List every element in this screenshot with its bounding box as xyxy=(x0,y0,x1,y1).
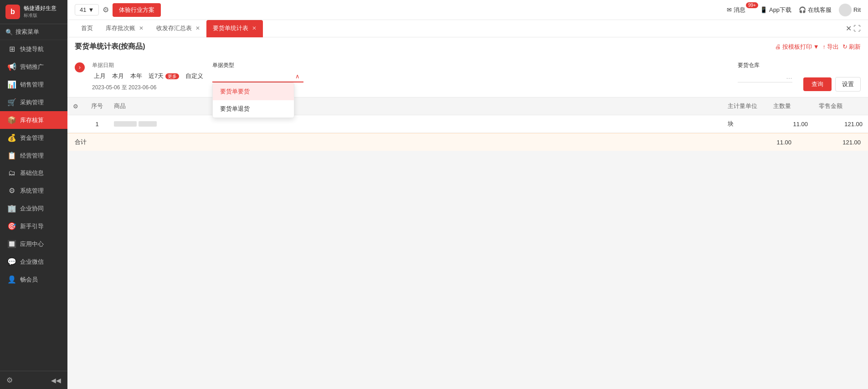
col-header-unit: 主计量单位 xyxy=(722,97,768,115)
sidebar-item-quick-nav[interactable]: ⊞ 快捷导航 xyxy=(0,40,67,58)
type-select-inner[interactable]: ∧ xyxy=(212,71,303,82)
page-actions: 🖨 按模板打印 ▼ ↑ 导出 ↻ 刷新 xyxy=(775,43,861,51)
date-preset-last-month[interactable]: 上月 xyxy=(92,71,108,81)
tab-expand-btn[interactable]: ⛶ xyxy=(853,24,861,33)
row-amount: 121.00 xyxy=(813,115,868,133)
brand-name: 畅捷通好生意 xyxy=(24,5,56,12)
sidebar-item-sales[interactable]: 📊 销售管理 xyxy=(0,76,67,93)
sidebar-item-apps[interactable]: 🔲 应用中心 xyxy=(0,235,67,253)
main-area: 41 ▼ ⚙ 体验行业方案 ✉ 消息 99+ 📱 App下载 🎧 在线客服 R xyxy=(67,0,868,389)
sidebar-item-basics[interactable]: 🗂 基础信息 xyxy=(0,164,67,182)
sidebar-item-marketing[interactable]: 📢 营销推广 xyxy=(0,58,67,76)
marketing-icon: 📢 xyxy=(7,62,16,71)
tab-inventory-batch[interactable]: 库存批次账 ✕ xyxy=(99,20,150,37)
sidebar-item-label: 企业微信 xyxy=(20,258,44,266)
sidebar-item-inventory[interactable]: 📦 库存核算 xyxy=(0,111,67,129)
col-header-qty: 主数量 xyxy=(768,97,813,115)
topbar-settings-icon[interactable]: ⚙ xyxy=(103,5,109,14)
sidebar-item-label: 畅会员 xyxy=(20,276,38,284)
date-preset-this-month[interactable]: 本月 xyxy=(110,71,126,81)
page-title: 要货单统计表(按商品) xyxy=(75,42,145,51)
sidebar-item-label: 营销推广 xyxy=(20,63,44,71)
tab-close-all-btn[interactable]: ✕ xyxy=(846,24,852,33)
footer-amount: 121.00 xyxy=(806,139,861,146)
settings-icon[interactable]: ⚙ xyxy=(6,376,13,384)
export-icon: ↑ xyxy=(823,43,826,50)
table-row: 1 块 11.00 121.00 xyxy=(67,115,868,133)
query-btn[interactable]: 查询 xyxy=(803,77,832,91)
filter-row: › 单据日期 上月 本月 本年 近7天 更多 自定义 2023-05-06 至 … xyxy=(75,61,861,92)
export-btn[interactable]: ↑ 导出 xyxy=(823,43,839,51)
warehouse-select[interactable]: … xyxy=(738,71,792,82)
tab-order-stats[interactable]: 要货单统计表 ✕ xyxy=(206,20,263,37)
type-filter-select[interactable]: ∧ 要货单要货 要货单退货 xyxy=(212,71,303,82)
app-download-label: App下载 xyxy=(769,6,791,14)
sidebar-item-label: 企业协同 xyxy=(20,205,44,213)
type-select-value xyxy=(212,73,267,80)
filter-expand-btn[interactable]: › xyxy=(75,62,85,72)
refresh-btn[interactable]: ↻ 刷新 xyxy=(842,43,861,51)
messages-btn[interactable]: ✉ 消息 99+ xyxy=(727,6,753,14)
col-header-num: 序号 xyxy=(86,97,108,115)
wechat-icon: 💬 xyxy=(7,257,16,266)
collapse-icon[interactable]: ◀◀ xyxy=(51,377,61,384)
footer-label: 合计 xyxy=(75,138,87,146)
member-icon: 👤 xyxy=(7,275,16,284)
sidebar-item-enterprise[interactable]: 🏢 企业协同 xyxy=(0,200,67,217)
search-menu[interactable]: 🔍 搜索菜单 xyxy=(0,24,67,40)
sidebar-item-finance[interactable]: 💰 资金管理 xyxy=(0,129,67,147)
date-preset-custom[interactable]: 自定义 xyxy=(184,71,205,81)
sidebar-item-purchase[interactable]: 🛒 采购管理 xyxy=(0,93,67,111)
sidebar-item-system[interactable]: ⚙ 系统管理 xyxy=(0,182,67,200)
tab-receive-send-close[interactable]: ✕ xyxy=(195,25,200,31)
row-settings xyxy=(67,115,86,133)
tab-order-stats-close[interactable]: ✕ xyxy=(252,25,257,31)
row-qty: 11.00 xyxy=(768,115,813,133)
sidebar-footer: ⚙ ◀◀ xyxy=(0,371,67,389)
operations-icon: 📋 xyxy=(7,151,16,160)
table-footer: 合计 11.00 121.00 xyxy=(67,133,868,151)
sidebar-item-label: 采购管理 xyxy=(20,98,44,107)
type-filter-label: 单据类型 xyxy=(212,61,303,69)
footer-qty: 11.00 xyxy=(746,139,791,146)
dropdown-item-order-request[interactable]: 要货单要货 xyxy=(213,83,294,100)
col-settings-icon[interactable]: ⚙ xyxy=(73,103,78,110)
date-preset-last-7[interactable]: 近7天 更多 xyxy=(147,71,181,81)
store-dropdown-icon: ▼ xyxy=(88,6,94,13)
quick-nav-icon: ⊞ xyxy=(7,45,16,53)
tab-inventory-batch-close[interactable]: ✕ xyxy=(139,25,144,31)
setting-btn[interactable]: 设置 xyxy=(835,77,861,92)
warehouse-more-btn[interactable]: … xyxy=(786,73,792,80)
dropdown-item-order-return[interactable]: 要货单退货 xyxy=(213,100,294,118)
sidebar-item-label: 资金管理 xyxy=(20,134,44,142)
trial-btn[interactable]: 体验行业方案 xyxy=(113,3,161,17)
print-dropdown-icon[interactable]: ▼ xyxy=(813,43,819,50)
sidebar-item-label: 系统管理 xyxy=(20,187,44,195)
sidebar-item-wechat[interactable]: 💬 企业微信 xyxy=(0,253,67,271)
filter-actions: 查询 设置 xyxy=(803,77,861,92)
sidebar-item-member[interactable]: 👤 畅会员 xyxy=(0,271,67,288)
refresh-icon: ↻ xyxy=(842,43,847,50)
sidebar-item-newbie[interactable]: 🎯 新手引导 xyxy=(0,217,67,235)
store-selector[interactable]: 41 ▼ xyxy=(75,4,99,15)
sidebar-item-operations[interactable]: 📋 经营管理 xyxy=(0,147,67,164)
avatar xyxy=(839,4,852,16)
topbar-left: 41 ▼ ⚙ 体验行业方案 xyxy=(75,3,721,17)
col-header-product: 商品 xyxy=(108,97,722,115)
page-content: 要货单统计表(按商品) 🖨 按模板打印 ▼ ↑ 导出 ↻ 刷新 xyxy=(67,37,868,389)
print-btn[interactable]: 🖨 按模板打印 ▼ xyxy=(775,43,819,51)
topbar-right: ✉ 消息 99+ 📱 App下载 🎧 在线客服 Rit xyxy=(727,4,861,16)
tab-receive-send[interactable]: 收发存汇总表 ✕ xyxy=(150,20,206,37)
app-download-btn[interactable]: 📱 App下载 xyxy=(760,6,791,14)
brand-version: 标准版 xyxy=(24,12,56,19)
tab-home[interactable]: 首页 xyxy=(75,20,99,37)
date-filter-group: 单据日期 上月 本月 本年 近7天 更多 自定义 2023-05-06 至 20… xyxy=(92,61,205,92)
warehouse-value xyxy=(738,73,784,80)
avatar-area[interactable]: Rit xyxy=(839,4,861,16)
date-filter: 上月 本月 本年 近7天 更多 自定义 xyxy=(92,71,205,81)
topbar: 41 ▼ ⚙ 体验行业方案 ✉ 消息 99+ 📱 App下载 🎧 在线客服 R xyxy=(67,0,868,20)
finance-icon: 💰 xyxy=(7,133,16,142)
date-preset-this-year[interactable]: 本年 xyxy=(128,71,144,81)
sidebar-item-label: 销售管理 xyxy=(20,81,44,89)
online-service-btn[interactable]: 🎧 在线客服 xyxy=(799,6,832,14)
